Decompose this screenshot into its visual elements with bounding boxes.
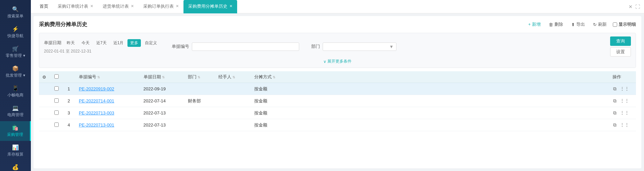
sidebar-item-retail[interactable]: 🛒零售管理 ▾ bbox=[0, 42, 31, 62]
row-view-btn-1[interactable]: ⧉ bbox=[612, 97, 617, 104]
row-dept-0 bbox=[184, 83, 215, 95]
add-button[interactable]: + 新增 bbox=[526, 20, 543, 29]
page-header: 采购费用分摊单历史 + 新增 🗑 删除 ⬆ 导出 ↻ 刷新 显示明细 bbox=[39, 20, 636, 29]
select-all-checkbox[interactable] bbox=[54, 74, 59, 79]
sidebar-label-ecommerce: 电商管理 bbox=[7, 112, 23, 118]
row-checkbox-3[interactable] bbox=[54, 122, 59, 127]
expand-more-button[interactable]: ∨ 展开更多条件 bbox=[323, 59, 352, 64]
sidebar-item-mini-shop[interactable]: 📱小畅电商 bbox=[0, 82, 31, 101]
row-docno-3: PE-20220713-001 bbox=[75, 119, 140, 131]
date-quick-buttons: 昨天 今天 近7天 近1月 更多 自定义 bbox=[64, 39, 160, 47]
sidebar-icon-finance: 💰 bbox=[12, 164, 19, 170]
row-more-btn-3[interactable]: ⋮⋮ bbox=[619, 121, 630, 129]
tab-close-purchase-order-stats[interactable]: ✕ bbox=[90, 4, 93, 8]
sidebar-label-purchase: 采购管理 bbox=[7, 132, 23, 138]
sidebar-icon-quick-nav: ⚡ bbox=[12, 26, 19, 32]
dept-input[interactable] bbox=[326, 44, 389, 49]
show-detail-checkbox-wrap[interactable]: 显示明细 bbox=[613, 21, 636, 27]
th-handler[interactable]: 经手人⇅ bbox=[215, 71, 251, 83]
more-btn[interactable]: 更多 bbox=[127, 39, 141, 47]
sidebar-item-wholesale[interactable]: 📦批发管理 ▾ bbox=[0, 62, 31, 82]
tab-purchase-order-stats[interactable]: 采购订单统计表✕ bbox=[53, 0, 98, 13]
row-view-btn-3[interactable]: ⧉ bbox=[612, 121, 617, 129]
sidebar-item-ecommerce[interactable]: 💻电商管理 bbox=[0, 101, 31, 121]
expand-row: ∨ 展开更多条件 bbox=[44, 59, 631, 64]
th-doc-no[interactable]: 单据编号⇅ bbox=[75, 71, 140, 83]
row-num-3: 4 bbox=[62, 119, 75, 131]
expand-icon: ∨ bbox=[323, 59, 326, 64]
th-date[interactable]: 单据日期⇅ bbox=[140, 71, 185, 83]
sort-icon-split: ⇅ bbox=[273, 75, 275, 79]
column-settings-icon[interactable]: ⚙ bbox=[42, 75, 46, 80]
row-checkbox-1[interactable] bbox=[54, 98, 59, 103]
sidebar-item-finance[interactable]: 💰资金管理 bbox=[0, 161, 31, 171]
tab-close-purchase-cost-split[interactable]: ✕ bbox=[229, 4, 232, 8]
row-more-btn-0[interactable]: ⋮⋮ bbox=[619, 85, 630, 92]
row-handler-0 bbox=[215, 83, 251, 95]
table-row: 4 PE-20220713-001 2022-07-13 按金额 ⧉ ⋮⋮ bbox=[39, 119, 636, 131]
th-split-method[interactable]: 分摊方式⇅ bbox=[251, 71, 609, 83]
tab-home[interactable]: 首页 bbox=[35, 0, 53, 13]
refresh-button[interactable]: ↻ 刷新 bbox=[591, 20, 609, 29]
dept-dropdown-icon[interactable]: ▼ bbox=[389, 44, 394, 49]
th-checkbox bbox=[51, 71, 62, 83]
content-area: 采购费用分摊单历史 + 新增 🗑 删除 ⬆ 导出 ↻ 刷新 显示明细 bbox=[34, 16, 641, 168]
sidebar-item-inventory[interactable]: 📊库存核算 bbox=[0, 141, 31, 161]
show-detail-label: 显示明细 bbox=[619, 21, 636, 27]
row-docno-2: PE-20220713-003 bbox=[75, 107, 140, 119]
close-window-button[interactable]: ✕ bbox=[629, 4, 633, 9]
docno-input[interactable] bbox=[192, 42, 299, 51]
yesterday-btn[interactable]: 昨天 bbox=[64, 39, 77, 47]
sidebar-label-inventory: 库存核算 bbox=[7, 152, 23, 157]
row-checkbox-2[interactable] bbox=[54, 110, 59, 115]
row-date-2: 2022-07-13 bbox=[140, 107, 185, 119]
row-num-2: 3 bbox=[62, 107, 75, 119]
tab-close-purchase-order-exec[interactable]: ✕ bbox=[176, 4, 179, 8]
maximize-window-button[interactable]: ⛶ bbox=[635, 4, 640, 9]
th-handler-label: 经手人 bbox=[218, 74, 231, 80]
row-view-btn-2[interactable]: ⧉ bbox=[612, 109, 617, 116]
sidebar-label-retail: 零售管理 ▾ bbox=[6, 53, 25, 59]
row-docno-link-3[interactable]: PE-20220713-001 bbox=[79, 122, 114, 127]
row-split-method-1: 按金额 bbox=[251, 95, 609, 107]
th-doc-no-label: 单据编号 bbox=[79, 74, 96, 80]
filter-settings-button[interactable]: 设置 bbox=[610, 47, 631, 57]
last7days-btn[interactable]: 近7天 bbox=[94, 39, 109, 47]
sidebar-item-search[interactable]: 🔍搜索菜单 bbox=[0, 3, 31, 22]
dept-filter-group: 部门 ▼ bbox=[311, 42, 396, 51]
row-settings-1 bbox=[39, 95, 51, 107]
expand-label: 展开更多条件 bbox=[327, 59, 352, 64]
docno-filter-group: 单据编号 bbox=[172, 42, 299, 51]
date-filter-label: 单据日期 bbox=[44, 40, 61, 46]
row-more-btn-2[interactable]: ⋮⋮ bbox=[619, 109, 630, 116]
sidebar-item-quick-nav[interactable]: ⚡快捷导航 bbox=[0, 22, 31, 42]
custom-date-btn[interactable]: 自定义 bbox=[142, 39, 160, 47]
query-button[interactable]: 查询 bbox=[610, 36, 631, 46]
row-docno-link-0[interactable]: PE-20220919-002 bbox=[79, 86, 114, 91]
th-dept[interactable]: 部门⇅ bbox=[184, 71, 215, 83]
row-checkbox-cell-0 bbox=[51, 83, 62, 95]
row-actions-0: ⧉ ⋮⋮ bbox=[609, 83, 636, 95]
row-checkbox-0[interactable] bbox=[54, 86, 59, 91]
row-docno-link-2[interactable]: PE-20220713-003 bbox=[79, 110, 114, 115]
last1month-btn[interactable]: 近1月 bbox=[111, 39, 126, 47]
data-table: ⚙ 单据编号⇅ 单据日期⇅ 部门⇅ bbox=[39, 71, 636, 131]
tab-purchase-cost-split[interactable]: 采购费用分摊单历史✕ bbox=[183, 0, 237, 13]
tab-purchase-goods-stats[interactable]: 进货单统计表✕ bbox=[98, 0, 139, 13]
sidebar-item-purchase[interactable]: 🛍️采购管理 bbox=[0, 121, 31, 141]
tab-label-purchase-cost-split: 采购费用分摊单历史 bbox=[188, 3, 227, 9]
show-detail-checkbox[interactable] bbox=[613, 22, 617, 27]
row-more-btn-1[interactable]: ⋮⋮ bbox=[619, 97, 630, 104]
th-settings[interactable]: ⚙ bbox=[39, 71, 51, 83]
export-button[interactable]: ⬆ 导出 bbox=[569, 20, 587, 29]
tab-purchase-order-exec[interactable]: 采购订单执行表✕ bbox=[139, 0, 183, 13]
tab-label-purchase-order-exec: 采购订单执行表 bbox=[143, 3, 174, 9]
tab-close-purchase-goods-stats[interactable]: ✕ bbox=[131, 4, 134, 8]
delete-button[interactable]: 🗑 删除 bbox=[547, 20, 565, 29]
today-btn[interactable]: 今天 bbox=[79, 39, 92, 47]
th-date-label: 单据日期 bbox=[144, 74, 161, 80]
row-handler-3 bbox=[215, 119, 251, 131]
row-view-btn-0[interactable]: ⧉ bbox=[612, 85, 617, 92]
row-dept-1: 财务部 bbox=[184, 95, 215, 107]
row-docno-link-1[interactable]: PE-20220714-001 bbox=[79, 98, 114, 103]
